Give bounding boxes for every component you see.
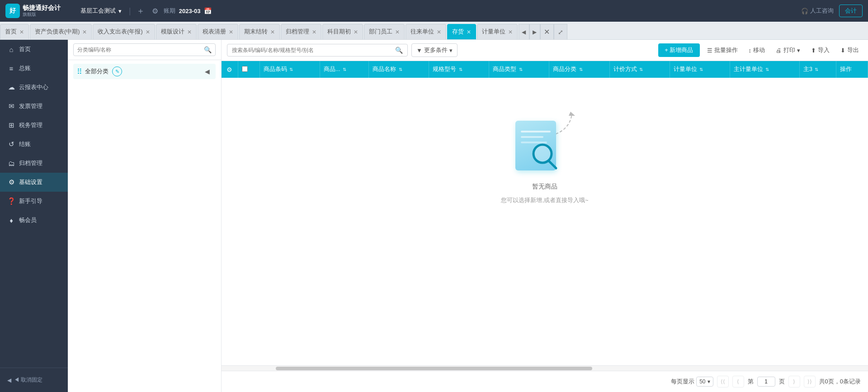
tab-unit[interactable]: 计量单位 ✕: [477, 24, 518, 39]
table-col-code[interactable]: 商品... ⇅: [320, 61, 369, 78]
tab-close-icon[interactable]: ✕: [312, 29, 316, 35]
sort-icon[interactable]: ⇅: [519, 67, 523, 72]
main-search-icon[interactable]: 🔍: [395, 47, 403, 54]
table-col-spec[interactable]: 规格型号 ⇅: [429, 61, 489, 78]
table-col-type[interactable]: 商品类型 ⇅: [489, 61, 549, 78]
table-col-main-unit[interactable]: 主计量单位 ⇅: [730, 61, 799, 78]
sidebar-item-invoice[interactable]: ✉ 发票管理: [0, 97, 68, 116]
calendar-icon[interactable]: 📅: [204, 7, 212, 14]
category-collapse-button[interactable]: ◀: [202, 66, 212, 76]
col-actions-label: 操作: [840, 66, 852, 72]
tab-home[interactable]: 首页 ✕: [0, 24, 29, 39]
company-selector[interactable]: 基层工会测试 ▾: [77, 5, 125, 17]
tab-close-icon[interactable]: ✕: [395, 29, 400, 35]
sort-icon[interactable]: ⇅: [343, 67, 346, 72]
help-button[interactable]: 🎧 人工咨询: [801, 7, 834, 15]
app-header: 好 畅捷通好会计 旗舰版 基层工会测试 ▾ | ＋ ⚙ 账期 2023-03 📅…: [0, 0, 868, 22]
tab-income[interactable]: 收入支出表(年报) ✕: [93, 24, 155, 39]
tab-template[interactable]: 模版设计 ✕: [156, 24, 197, 39]
tab-label: 往来单位: [410, 28, 434, 36]
sort-icon[interactable]: ⇅: [289, 67, 293, 72]
per-page-dropdown-icon: ▾: [708, 378, 710, 385]
unpin-sidebar-button[interactable]: ◀ ◀ 取消固定: [0, 373, 68, 387]
print-dropdown-icon: ▾: [797, 47, 800, 54]
horizontal-scrollbar-thumb[interactable]: [276, 367, 592, 370]
tab-close-icon[interactable]: ✕: [82, 29, 87, 35]
tab-close-icon[interactable]: ✕: [19, 29, 24, 35]
tab-tax[interactable]: 税表清册 ✕: [198, 24, 238, 39]
sort-icon[interactable]: ⇅: [765, 67, 769, 72]
tab-period-close[interactable]: 期末结转 ✕: [239, 24, 280, 39]
account-button[interactable]: 会计: [839, 5, 863, 17]
prev-page-button[interactable]: ⟨: [732, 376, 744, 387]
move-button[interactable]: ↕ 移动: [745, 44, 769, 57]
category-search-icon[interactable]: 🔍: [204, 46, 212, 53]
import-button[interactable]: ⬆ 导入: [807, 44, 833, 57]
table-col-barcode[interactable]: 商品条码 ⇅: [259, 61, 320, 78]
tab-archive[interactable]: 归档管理 ✕: [281, 24, 321, 39]
sidebar-item-home[interactable]: ⌂ 首页: [0, 40, 68, 59]
header-add-button[interactable]: ＋: [135, 4, 146, 18]
sort-icon[interactable]: ⇅: [699, 67, 703, 72]
scrollbar-area[interactable]: [222, 365, 868, 371]
sidebar-item-tax[interactable]: ⊞ 税务管理: [0, 116, 68, 135]
category-search-input[interactable]: [77, 47, 202, 53]
sort-icon[interactable]: ⇅: [399, 67, 402, 72]
page-number-input[interactable]: [757, 377, 775, 387]
header-settings-icon[interactable]: ⚙: [150, 5, 160, 17]
main-search-input[interactable]: [232, 47, 393, 53]
sidebar-item-guide[interactable]: ❓ 新手引导: [0, 192, 68, 211]
sidebar-item-member[interactable]: ♦ 畅会员: [0, 211, 68, 230]
tab-balance-sheet[interactable]: 资产负债表(中期) ✕: [30, 24, 92, 39]
tab-close-icon[interactable]: ✕: [270, 29, 275, 35]
category-all-item[interactable]: ⠿ 全部分类 ✎ ◀: [73, 64, 216, 79]
sort-icon[interactable]: ⇅: [639, 67, 643, 72]
tab-contacts[interactable]: 往来单位 ✕: [406, 24, 446, 39]
add-product-button[interactable]: + 新增商品: [658, 43, 699, 57]
per-page-select-box[interactable]: 50 ▾: [696, 377, 713, 387]
table-col-category[interactable]: 商品分类 ⇅: [549, 61, 609, 78]
column-settings-icon[interactable]: ⚙: [226, 66, 232, 73]
more-conditions-button[interactable]: ▼ 更多条件 ▾: [411, 43, 458, 57]
tab-inventory[interactable]: 存货 ✕: [447, 24, 476, 39]
tab-close-icon[interactable]: ✕: [467, 29, 471, 35]
sidebar-item-ledger[interactable]: ≡ 总账: [0, 59, 68, 78]
sort-icon[interactable]: ⇅: [459, 67, 462, 72]
main-search-box[interactable]: 🔍: [227, 44, 408, 57]
sort-icon[interactable]: ⇅: [579, 67, 583, 72]
tab-subject-init[interactable]: 科目期初 ✕: [322, 24, 363, 39]
last-page-button[interactable]: ⟩⟩: [804, 376, 816, 387]
unpin-icon: ◀: [7, 377, 11, 383]
tab-close-icon[interactable]: ✕: [508, 29, 513, 35]
sort-icon[interactable]: ⇅: [815, 67, 818, 72]
table-col-settings[interactable]: ⚙: [222, 61, 238, 78]
tab-close-all-button[interactable]: ✕: [540, 24, 554, 39]
tab-close-icon[interactable]: ✕: [354, 29, 358, 35]
sidebar-item-archive[interactable]: 🗂 归档管理: [0, 154, 68, 173]
batch-action-button[interactable]: ☰ 批量操作: [703, 44, 741, 57]
print-button[interactable]: 🖨 打印 ▾: [772, 44, 804, 57]
sidebar-item-settings[interactable]: ⚙ 基础设置: [0, 173, 68, 192]
table-col-name[interactable]: 商品名称 ⇅: [369, 61, 429, 78]
tab-close-icon[interactable]: ✕: [146, 29, 150, 35]
tab-dept-staff[interactable]: 部门员工 ✕: [364, 24, 405, 39]
table-scroll-area[interactable]: ⚙ 商品条码 ⇅ 商品...: [222, 61, 868, 365]
first-page-button[interactable]: ⟨⟨: [717, 376, 729, 387]
table-col-extra[interactable]: 主3 ⇅: [800, 61, 836, 78]
tab-close-icon[interactable]: ✕: [437, 29, 441, 35]
category-search-box[interactable]: 🔍: [73, 43, 216, 56]
export-button[interactable]: ⬇ 导出: [837, 44, 863, 57]
table-col-price-method[interactable]: 计价方式 ⇅: [609, 61, 670, 78]
tab-close-icon[interactable]: ✕: [229, 29, 233, 35]
table-col-unit[interactable]: 计量单位 ⇅: [670, 61, 730, 78]
sidebar-item-close-period[interactable]: ↺ 结账: [0, 135, 68, 154]
tab-close-icon[interactable]: ✕: [187, 29, 192, 35]
table-col-checkbox[interactable]: [238, 61, 259, 78]
tab-expand-button[interactable]: ⤢: [554, 24, 567, 39]
sidebar-item-cloud-report[interactable]: ☁ 云报表中心: [0, 78, 68, 97]
tab-next-button[interactable]: ▶: [529, 24, 540, 39]
select-all-checkbox[interactable]: [242, 66, 248, 72]
category-edit-button[interactable]: ✎: [112, 66, 122, 76]
tab-prev-button[interactable]: ◀: [519, 24, 529, 39]
next-page-button[interactable]: ⟩: [788, 376, 800, 387]
